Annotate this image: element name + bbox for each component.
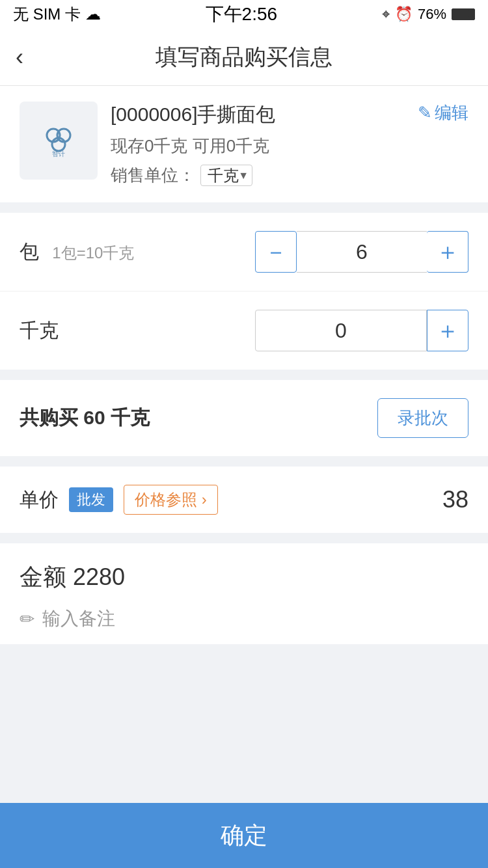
total-label: 共购买 60 千克 (20, 405, 150, 431)
qty-minus-bao[interactable]: － (255, 231, 297, 273)
svg-text:智计: 智计 (52, 150, 65, 157)
qty-plus-kg[interactable]: ＋ (427, 310, 468, 351)
product-unit: 销售单位： 千克 (111, 164, 468, 187)
price-ref-button[interactable]: 价格参照 › (124, 485, 218, 515)
battery-icon (452, 8, 475, 20)
confirm-button[interactable]: 确定 (0, 803, 488, 868)
amount-row: 金额 2280 (20, 562, 468, 593)
qty-input-kg[interactable] (255, 310, 427, 351)
unit-select-wrap[interactable]: 千克 (200, 165, 252, 186)
note-placeholder: 输入备注 (42, 606, 115, 631)
product-info: [0000006]手撕面包 ✎ 编辑 现存0千克 可用0千克 销售单位： 千克 (111, 102, 468, 187)
location-icon: ⌖ (382, 6, 390, 23)
amount-section: 金额 2280 ✏ 输入备注 (0, 543, 488, 644)
status-time: 下午2:56 (206, 2, 278, 27)
quantity-row-bao: 包 1包=10千克 － ＋ (0, 213, 488, 292)
qty-control-bao: － ＋ (255, 231, 468, 273)
product-image: 智计 (20, 102, 98, 180)
page-title: 填写商品购买信息 (156, 42, 332, 72)
total-value: 60 (83, 407, 105, 428)
qty-hint-bao: 1包=10千克 (52, 244, 134, 262)
signal-text: 无 SIM 卡 ☁ (13, 4, 101, 25)
product-card: 智计 [0000006]手撕面包 ✎ 编辑 现存0千克 可用0千克 销售单位： … (0, 86, 488, 202)
nav-bar: ‹ 填写商品购买信息 (0, 29, 488, 86)
unit-select[interactable]: 千克 (200, 165, 252, 186)
price-section: 单价 批发 价格参照 › 38 (0, 467, 488, 533)
alarm-icon: ⏰ (395, 6, 413, 23)
back-button[interactable]: ‹ (16, 44, 23, 71)
qty-label-bao: 包 1包=10千克 (20, 239, 255, 265)
quantity-section: 包 1包=10千克 － ＋ 千克 ＋ (0, 213, 488, 370)
battery-text: 76% (418, 6, 446, 23)
edit-button[interactable]: ✎ 编辑 (418, 102, 468, 124)
qty-input-bao[interactable] (297, 231, 427, 273)
status-bar: 无 SIM 卡 ☁ 下午2:56 ⌖ ⏰ 76% (0, 0, 488, 29)
product-logo-icon: 智计 (39, 121, 78, 160)
product-name: [0000006]手撕面包 (111, 102, 275, 128)
price-label: 单价 (20, 487, 59, 513)
edit-icon: ✎ (418, 103, 432, 123)
status-right: ⌖ ⏰ 76% (382, 6, 475, 23)
price-tag-wholesale: 批发 (69, 487, 113, 512)
quantity-row-kg: 千克 ＋ (0, 292, 488, 370)
qty-label-kg: 千克 (20, 318, 255, 344)
qty-plus-bao[interactable]: ＋ (427, 231, 468, 273)
batch-button[interactable]: 录批次 (377, 398, 468, 438)
qty-control-kg: ＋ (255, 310, 468, 351)
unit-label: 销售单位： (111, 164, 195, 187)
status-left: 无 SIM 卡 ☁ (13, 4, 101, 25)
amount-value: 2280 (73, 563, 125, 590)
price-value: 38 (442, 486, 468, 513)
product-stock: 现存0千克 可用0千克 (111, 135, 468, 157)
pencil-icon: ✏ (20, 608, 34, 630)
edit-label: 编辑 (435, 102, 468, 124)
total-row: 共购买 60 千克 录批次 (0, 380, 488, 456)
note-row[interactable]: ✏ 输入备注 (20, 606, 468, 631)
